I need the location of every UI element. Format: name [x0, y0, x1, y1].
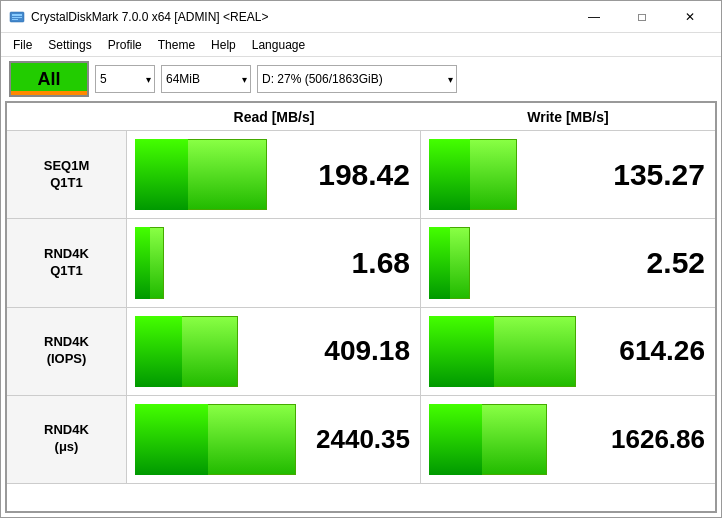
count-select[interactable]: 5 1 3 9 [95, 65, 155, 93]
drive-select-wrapper: D: 27% (506/1863GiB) [257, 65, 457, 93]
row-label-line1: RND4K [44, 334, 89, 351]
read-value-rnd4k-iops: 409.18 [324, 335, 410, 367]
table-header: Read [MB/s] Write [MB/s] [7, 103, 715, 131]
table-body: SEQ1M Q1T1 198.42 135.27 [7, 131, 715, 483]
row-label-line1: SEQ1M [44, 158, 90, 175]
count-select-wrapper: 5 1 3 9 [95, 65, 155, 93]
write-cell-rnd4k-iops: 614.26 [421, 308, 715, 395]
read-cell-seq1m: 198.42 [127, 131, 421, 218]
menu-profile[interactable]: Profile [100, 36, 150, 54]
read-cell-rnd4k-q1t1: 1.68 [127, 219, 421, 306]
status-bar [7, 483, 715, 511]
title-bar: CrystalDiskMark 7.0.0 x64 [ADMIN] <REAL>… [1, 1, 721, 33]
row-label-rnd4k-q1t1: RND4K Q1T1 [7, 219, 127, 306]
read-header: Read [MB/s] [127, 109, 421, 125]
menu-file[interactable]: File [5, 36, 40, 54]
write-value-rnd4k-iops: 614.26 [619, 335, 705, 367]
drive-select[interactable]: D: 27% (506/1863GiB) [257, 65, 457, 93]
read-value-seq1m: 198.42 [318, 158, 410, 192]
table-row: RND4K (IOPS) 409.18 614.26 [7, 308, 715, 396]
row-label-line1: RND4K [44, 246, 89, 263]
row-label-line2: Q1T1 [44, 263, 89, 280]
menu-settings[interactable]: Settings [40, 36, 99, 54]
row-label-line2: (IOPS) [44, 351, 89, 368]
write-cell-rnd4k-q1t1: 2.52 [421, 219, 715, 306]
table-row: RND4K (μs) 2440.35 1626.86 [7, 396, 715, 483]
window-controls: — □ ✕ [571, 3, 713, 31]
size-select[interactable]: 64MiB 128MiB 256MiB [161, 65, 251, 93]
toolbar: All 5 1 3 9 64MiB 128MiB 256MiB D: 27% (… [1, 57, 721, 101]
write-value-seq1m: 135.27 [613, 158, 705, 192]
read-cell-rnd4k-iops: 409.18 [127, 308, 421, 395]
results-area: Read [MB/s] Write [MB/s] SEQ1M Q1T1 198.… [5, 101, 717, 513]
app-icon [9, 9, 25, 25]
main-window: CrystalDiskMark 7.0.0 x64 [ADMIN] <REAL>… [0, 0, 722, 518]
table-row: RND4K Q1T1 1.68 2.52 [7, 219, 715, 307]
menu-help[interactable]: Help [203, 36, 244, 54]
row-label-line2: Q1T1 [44, 175, 90, 192]
read-cell-rnd4k-us: 2440.35 [127, 396, 421, 483]
svg-rect-3 [12, 19, 18, 20]
row-label-rnd4k-iops: RND4K (IOPS) [7, 308, 127, 395]
svg-rect-2 [12, 17, 22, 18]
read-value-rnd4k-us: 2440.35 [316, 424, 410, 455]
read-value-rnd4k-q1t1: 1.68 [352, 246, 410, 280]
window-title: CrystalDiskMark 7.0.0 x64 [ADMIN] <REAL> [31, 10, 571, 24]
write-value-rnd4k-us: 1626.86 [611, 424, 705, 455]
row-label-seq1m: SEQ1M Q1T1 [7, 131, 127, 218]
row-label-line2: (μs) [44, 439, 89, 456]
write-cell-seq1m: 135.27 [421, 131, 715, 218]
menu-bar: File Settings Profile Theme Help Languag… [1, 33, 721, 57]
table-row: SEQ1M Q1T1 198.42 135.27 [7, 131, 715, 219]
menu-theme[interactable]: Theme [150, 36, 203, 54]
all-button[interactable]: All [9, 61, 89, 97]
write-header: Write [MB/s] [421, 109, 715, 125]
close-button[interactable]: ✕ [667, 3, 713, 31]
minimize-button[interactable]: — [571, 3, 617, 31]
svg-rect-1 [12, 14, 22, 16]
size-select-wrapper: 64MiB 128MiB 256MiB [161, 65, 251, 93]
menu-language[interactable]: Language [244, 36, 313, 54]
maximize-button[interactable]: □ [619, 3, 665, 31]
write-value-rnd4k-q1t1: 2.52 [647, 246, 705, 280]
row-label-line1: RND4K [44, 422, 89, 439]
row-label-rnd4k-us: RND4K (μs) [7, 396, 127, 483]
write-cell-rnd4k-us: 1626.86 [421, 396, 715, 483]
